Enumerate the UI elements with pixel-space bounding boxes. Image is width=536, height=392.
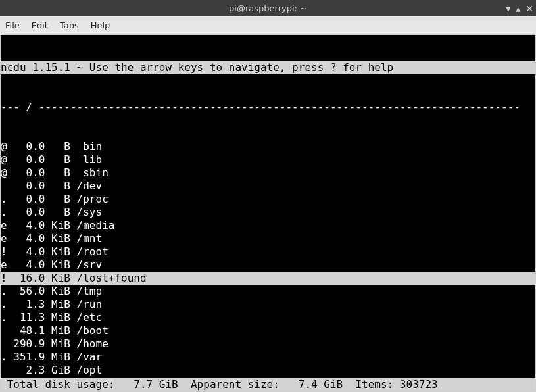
close-icon[interactable]: ✕ xyxy=(525,4,533,13)
list-item[interactable]: 0.0 B /dev xyxy=(1,180,535,193)
list-item[interactable]: @ 0.0 B lib xyxy=(1,153,535,166)
menubar: File Edit Tabs Help xyxy=(0,16,536,34)
titlebar: pi@raspberrypi: ~ ▾ ▴ ✕ xyxy=(0,0,536,16)
menu-edit[interactable]: Edit xyxy=(32,20,48,30)
list-item[interactable]: . 1.3 MiB /run xyxy=(1,298,535,311)
window-title: pi@raspberrypi: ~ xyxy=(0,3,536,13)
list-item[interactable]: . 0.0 B /sys xyxy=(1,206,535,219)
menu-file[interactable]: File xyxy=(5,20,20,30)
menu-help[interactable]: Help xyxy=(91,20,110,30)
list-item[interactable]: ! 16.0 KiB /lost+found xyxy=(1,272,535,285)
ncdu-path-line: --- / ----------------------------------… xyxy=(1,101,535,114)
list-item[interactable]: @ 0.0 B bin xyxy=(1,140,535,153)
list-item[interactable]: e 4.0 KiB /srv xyxy=(1,258,535,272)
list-item[interactable]: @ 0.0 B sbin xyxy=(1,166,535,180)
list-item[interactable]: . 351.9 MiB /var xyxy=(1,351,535,364)
terminal-window: pi@raspberrypi: ~ ▾ ▴ ✕ File Edit Tabs H… xyxy=(0,0,536,392)
window-controls: ▾ ▴ ✕ xyxy=(506,4,533,13)
list-item[interactable]: 290.9 MiB /home xyxy=(1,337,535,351)
list-item[interactable]: 2.3 GiB /opt xyxy=(1,364,535,377)
list-item[interactable]: ! 4.0 KiB /root xyxy=(1,245,535,258)
ncdu-footer: Total disk usage: 7.7 GiB Apparent size:… xyxy=(1,378,535,391)
list-item[interactable]: e 4.0 KiB /mnt xyxy=(1,232,535,245)
list-item[interactable]: 48.1 MiB /boot xyxy=(1,324,535,337)
ncdu-header: ncdu 1.15.1 ~ Use the arrow keys to navi… xyxy=(1,61,535,74)
ncdu-rows: @ 0.0 B bin@ 0.0 B lib@ 0.0 B sbin 0.0 B… xyxy=(1,140,535,390)
minimize-icon[interactable]: ▾ xyxy=(506,4,510,13)
maximize-icon[interactable]: ▴ xyxy=(516,4,520,13)
list-item[interactable]: e 4.0 KiB /media xyxy=(1,219,535,232)
list-item[interactable]: . 11.3 MiB /etc xyxy=(1,311,535,324)
list-item[interactable]: . 56.0 KiB /tmp xyxy=(1,285,535,298)
terminal-viewport[interactable]: ncdu 1.15.1 ~ Use the arrow keys to navi… xyxy=(0,34,536,392)
list-item[interactable]: . 0.0 B /proc xyxy=(1,193,535,206)
menu-tabs[interactable]: Tabs xyxy=(60,20,79,30)
